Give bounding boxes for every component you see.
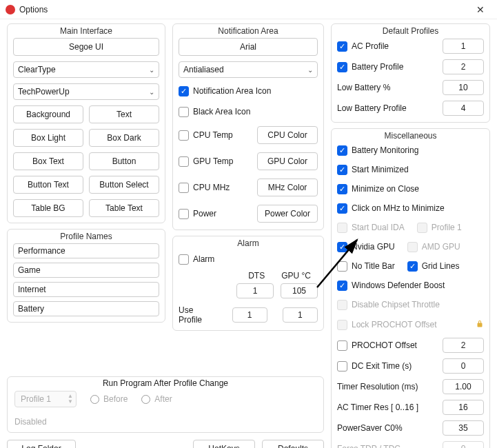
windows-defender-boost-checkbox[interactable]: ✓	[337, 281, 347, 291]
lock-prochot-offset-checkbox	[337, 320, 347, 330]
main-interface-group: Main Interface Segoe UI ClearType ⌄ Tech…	[7, 23, 165, 223]
alarm-checkbox[interactable]	[179, 254, 189, 265]
no-title-bar-checkbox[interactable]	[337, 261, 347, 272]
windows-defender-boost-label: Windows Defender Boost	[352, 281, 445, 290]
before-radio[interactable]	[90, 395, 99, 404]
main-font-button[interactable]: Segoe UI	[13, 38, 159, 56]
run-program-title: Run Program After Profile Change	[8, 378, 323, 388]
power-color-button[interactable]: Power Color	[257, 205, 318, 223]
nvidia-gpu-checkbox[interactable]: ✓	[337, 242, 347, 252]
black-area-icon-checkbox[interactable]	[179, 107, 189, 117]
render-mode-select[interactable]: ClearType ⌄	[13, 61, 159, 78]
cpu-color-button[interactable]: CPU Color	[257, 126, 318, 144]
box-dark-button[interactable]: Box Dark	[89, 129, 159, 147]
profile-names-title: Profile Names	[8, 229, 165, 241]
dc-exit-input[interactable]: 0	[443, 358, 484, 374]
after-radio[interactable]	[141, 395, 150, 404]
main-interface-title: Main Interface	[8, 23, 165, 36]
battery-monitoring-label: Battery Monitoring	[352, 145, 418, 155]
powersaver-label: PowerSaver C0%	[337, 423, 403, 433]
run-profile-spinner[interactable]: Profile 1 ▲▼	[14, 391, 77, 407]
ac-timer-input[interactable]: 16	[443, 400, 484, 415]
alarm-title: Alarm	[173, 236, 323, 248]
mhz-color-button[interactable]: MHz Color	[257, 179, 318, 196]
source-select[interactable]: TechPowerUp ⌄	[13, 83, 159, 100]
battery-monitoring-checkbox[interactable]: ✓	[337, 145, 347, 156]
ac-profile-input[interactable]: 1	[443, 39, 484, 54]
timer-res-input[interactable]: 1.00	[443, 379, 484, 394]
notif-area-icon-label: Notification Area Icon	[193, 86, 271, 96]
dts-input[interactable]: 1	[236, 283, 274, 298]
force-tdp-label: Force TDP / TDC	[337, 444, 400, 448]
run-profile-value: Profile 1	[21, 394, 51, 404]
prochot-offset-input[interactable]: 2	[443, 338, 484, 353]
low-battery-profile-input[interactable]: 4	[443, 101, 484, 116]
defaults-button[interactable]: Defaults	[262, 440, 324, 448]
timer-res-label: Timer Resolution (ms)	[337, 382, 418, 391]
button-color-button[interactable]: Button	[89, 152, 159, 170]
cpu-temp-checkbox[interactable]	[179, 130, 189, 141]
low-battery-profile-label: Low Battery Profile	[337, 103, 407, 113]
gpu-input[interactable]: 105	[281, 283, 318, 298]
table-bg-button[interactable]: Table BG	[13, 199, 83, 217]
battery-profile-checkbox[interactable]: ✓	[337, 62, 347, 72]
low-battery-pct-label: Low Battery %	[337, 83, 390, 92]
box-text-button[interactable]: Box Text	[13, 152, 83, 170]
minimize-on-close-label: Minimize on Close	[352, 184, 419, 194]
profile1-input[interactable]: Performance	[13, 243, 159, 258]
start-dual-ida-label: Start Dual IDA	[352, 223, 405, 232]
profile2-input[interactable]: Game	[13, 263, 159, 278]
ac-timer-label: AC Timer Res [ 0..16 ]	[337, 403, 418, 412]
use-profile-label: Use Profile	[179, 305, 217, 325]
lock-icon	[476, 320, 484, 330]
background-button[interactable]: Background	[13, 105, 83, 123]
notif-render-value: Antialiased	[183, 65, 224, 74]
grid-lines-checkbox[interactable]: ✓	[407, 261, 418, 272]
start-minimized-checkbox[interactable]: ✓	[337, 165, 347, 175]
notif-font-button[interactable]: Arial	[179, 38, 318, 56]
low-battery-pct-input[interactable]: 10	[443, 80, 484, 95]
use-profile-gpu-input[interactable]: 1	[283, 307, 318, 323]
alarm-label: Alarm	[193, 254, 214, 264]
powersaver-input[interactable]: 35	[443, 420, 484, 436]
click-mhz-minimize-checkbox[interactable]: ✓	[337, 203, 347, 214]
minimize-on-close-checkbox[interactable]: ✓	[337, 184, 347, 194]
lock-prochot-offset-label: Lock PROCHOT Offset	[352, 320, 437, 329]
text-button[interactable]: Text	[89, 105, 159, 123]
table-text-button[interactable]: Table Text	[89, 199, 159, 217]
profile1-checkbox	[417, 223, 427, 233]
close-button[interactable]: ✕	[469, 1, 491, 18]
button-text-button[interactable]: Button Text	[13, 176, 83, 194]
use-profile-dts-input[interactable]: 1	[232, 307, 267, 323]
profile3-input[interactable]: Internet	[13, 282, 159, 297]
profile-names-group: Profile Names Performance Game Internet …	[7, 229, 165, 323]
profile4-input[interactable]: Battery	[13, 301, 159, 316]
chevron-down-icon: ⌄	[149, 88, 154, 96]
gpu-color-button[interactable]: GPU Color	[257, 152, 318, 170]
notification-area-title: Notification Area	[173, 23, 323, 36]
box-light-button[interactable]: Box Light	[13, 129, 83, 147]
dc-exit-checkbox[interactable]	[337, 361, 347, 371]
battery-profile-label: Battery Profile	[352, 62, 403, 72]
battery-profile-input[interactable]: 2	[443, 59, 484, 74]
log-folder-button[interactable]: Log Folder	[7, 440, 76, 448]
default-profiles-title: Default Profiles	[332, 23, 489, 36]
notif-render-select[interactable]: Antialiased ⌄	[179, 61, 318, 78]
hotkeys-button[interactable]: HotKeys	[193, 440, 255, 448]
miscellaneous-group: Miscellaneous ✓Battery Monitoring ✓Start…	[331, 128, 490, 448]
cpu-mhz-checkbox[interactable]	[179, 183, 189, 193]
dts-header: DTS	[248, 271, 265, 281]
profile1-label: Profile 1	[432, 223, 462, 232]
power-checkbox[interactable]	[179, 209, 189, 219]
prochot-offset-checkbox[interactable]	[337, 340, 347, 351]
button-select-button[interactable]: Button Select	[89, 176, 159, 194]
notif-area-icon-checkbox[interactable]: ✓	[179, 86, 189, 96]
gpu-temp-checkbox[interactable]	[179, 156, 189, 167]
prochot-offset-label: PROCHOT Offset	[352, 340, 417, 350]
dc-exit-label: DC Exit Time (s)	[352, 361, 412, 371]
no-title-bar-label: No Title Bar	[352, 261, 395, 271]
source-value: TechPowerUp	[18, 87, 70, 96]
spinner-arrows-icon: ▲▼	[68, 394, 73, 405]
window-title: Options	[19, 5, 48, 14]
ac-profile-checkbox[interactable]: ✓	[337, 41, 347, 52]
